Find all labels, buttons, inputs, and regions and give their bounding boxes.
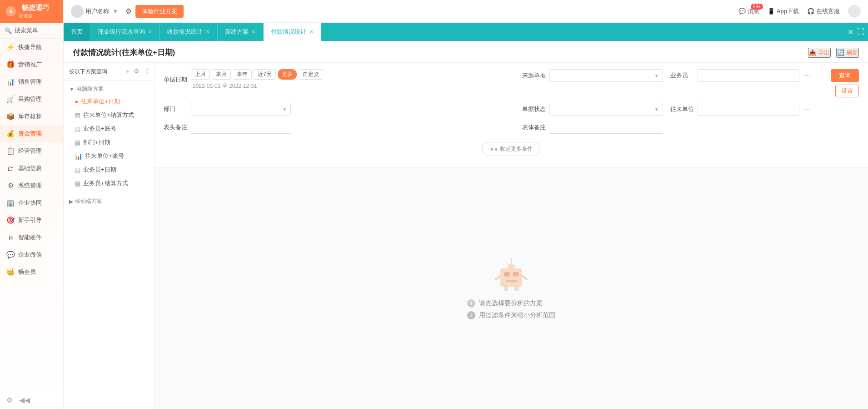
voucher-status-select[interactable]: ▼	[549, 103, 663, 116]
export-icon: 📤	[809, 49, 816, 56]
sidebar-item-member[interactable]: 👑 畅会员	[0, 263, 63, 281]
query-btn[interactable]: 查询	[831, 69, 859, 82]
sales-icon: 📊	[6, 78, 15, 86]
svg-rect-5	[506, 280, 517, 282]
scheme-group-arrow-icon: ▼	[69, 86, 75, 92]
app-download-btn[interactable]: 📱 App下载	[768, 7, 799, 15]
message-badge: 99+	[751, 4, 763, 10]
tab-home-label: 首页	[71, 28, 83, 36]
topbar-gear-icon[interactable]: ⚙	[125, 7, 132, 15]
date-btn-7days[interactable]: 近7天	[254, 69, 276, 80]
search-menu-item[interactable]: 🔍 搜索菜单	[0, 23, 63, 39]
profile-dropdown-icon[interactable]: ▼	[113, 8, 118, 15]
scheme-group-desktop-title[interactable]: ▼ 电脑端方案	[64, 83, 154, 95]
scheme-item-icon-1: ▦	[75, 111, 80, 119]
sidebar-item-basic[interactable]: 🗂 基础信息	[0, 160, 63, 177]
scheme-item-6[interactable]: ▦ 业务员+结算方式	[64, 177, 154, 190]
tab-receipts[interactable]: 收款情况统计 ✕	[160, 23, 218, 41]
add-scheme-icon[interactable]: ＋	[125, 67, 131, 76]
main-area: 用户名称 ▼ ⚙ 体验行业方案 💬 消息 99+ 📱 App下载 🎧 在线客服	[64, 0, 868, 409]
sidebar-item-sales[interactable]: 📊 销售管理	[0, 73, 63, 91]
date-btn-more[interactable]: 更多	[278, 69, 297, 80]
filter-group-source: 来源单据 ▼	[522, 69, 663, 82]
tab-close-all-icon[interactable]: ✕	[848, 28, 853, 36]
sidebar-item-quick-nav[interactable]: ⚡ 快捷导航	[0, 39, 63, 56]
tab-receipts-close-icon[interactable]: ✕	[205, 29, 210, 35]
filter-group-date: 单据日期 上月 本月 本年 近7天 更多 自定义 2022-01-01 至 20…	[164, 69, 515, 90]
scheme-item-4[interactable]: 📊 往来单位+账号	[64, 149, 154, 163]
scheme-item-label: 往来单位+日期	[81, 97, 120, 106]
tab-payments-close-icon[interactable]: ✕	[309, 29, 314, 35]
tab-cashflow[interactable]: 现金银行流水查询 ✕	[90, 23, 160, 41]
scheme-item-label: 部门+日期	[83, 138, 110, 146]
tab-new-plan-label: 新建方案	[225, 28, 249, 36]
empty-tips: 1 请先选择要分析的方案 2 用过滤条件来缩小分析范围	[467, 299, 555, 319]
collapse-panel-icon[interactable]: 《	[142, 67, 149, 76]
source-label: 来源单据	[522, 71, 546, 80]
setting-btn[interactable]: 设置	[835, 85, 859, 97]
empty-state: 1 请先选择要分析的方案 2 用过滤条件来缩小分析范围	[155, 167, 868, 409]
messages-btn[interactable]: 💬 消息 99+	[738, 7, 759, 15]
tab-cashflow-close-icon[interactable]: ✕	[148, 29, 152, 35]
tab-new-plan[interactable]: 新建方案 ✕	[218, 23, 264, 41]
date-btn-custom[interactable]: 自定义	[299, 69, 323, 80]
sidebar-item-inventory[interactable]: 📦 库存核算	[0, 108, 63, 125]
scheme-item-2[interactable]: ▦ 业务员+账号	[64, 122, 154, 136]
tab-payments[interactable]: 付款情况统计 ✕	[264, 23, 321, 41]
online-service-icon: 🎧	[807, 8, 814, 15]
scheme-item-5[interactable]: ▦ 业务员+日期	[64, 163, 154, 177]
date-btn-last-month[interactable]: 上月	[191, 69, 210, 80]
online-service-btn[interactable]: 🎧 在线客服	[807, 7, 840, 15]
refresh-icon: 🔄	[837, 49, 844, 56]
wechat-icon: 💬	[6, 251, 15, 259]
collapse-sidebar-icon[interactable]: ◀◀	[19, 396, 30, 404]
scheme-item-1[interactable]: ▦ 往来单位+结算方式	[64, 108, 154, 122]
scheme-group-mobile-title[interactable]: ▶ 移动端方案	[64, 196, 154, 207]
tab-new-plan-close-icon[interactable]: ✕	[251, 29, 256, 35]
sidebar-item-operation[interactable]: 📋 经营管理	[0, 142, 63, 160]
sidebar-item-guide[interactable]: 🎯 新手引导	[0, 212, 63, 229]
inventory-icon: 📦	[6, 112, 15, 121]
scheme-item-label: 往来单位+账号	[85, 152, 124, 160]
sidebar-item-wechat[interactable]: 💬 企业微信	[0, 246, 63, 263]
date-btn-this-month[interactable]: 本月	[212, 69, 231, 80]
scheme-item-label: 业务员+账号	[83, 125, 116, 133]
scheme-item-3[interactable]: ▦ 部门+日期	[64, 136, 154, 149]
filter-group-partner: 往来单位 ▼ ···	[670, 103, 811, 116]
empty-tip-1: 1 请先选择要分析的方案	[467, 299, 555, 308]
trial-btn[interactable]: 体验行业方案	[135, 5, 184, 18]
partner-dots-icon[interactable]: ···	[805, 105, 811, 113]
refresh-btn[interactable]: 🔄 刷新	[836, 48, 859, 58]
sidebar-item-capital[interactable]: 💰 资金管理	[0, 125, 63, 142]
scheme-item-0[interactable]: ● 往来单位+日期	[64, 95, 154, 108]
partner-select[interactable]: ▼	[698, 103, 799, 116]
collapse-btn[interactable]: ∧∧ 收起更多条件	[482, 142, 540, 156]
sidebar-item-label: 采购管理	[18, 95, 42, 103]
sidebar-item-label: 营销推广	[18, 61, 42, 69]
sidebar-item-system[interactable]: ⚙ 系统管理	[0, 177, 63, 194]
sidebar-item-hardware[interactable]: 🖥 智能硬件	[0, 229, 63, 246]
sidebar-logo-sub: 标准版	[19, 13, 49, 19]
date-btn-this-year[interactable]: 本年	[233, 69, 252, 80]
source-select[interactable]: ▼	[549, 69, 663, 82]
tab-maximize-icon[interactable]: ⛶	[857, 28, 864, 36]
filter-group-note-head: 表头备注	[164, 121, 515, 134]
salesman-select[interactable]: ▼	[698, 69, 799, 82]
settings-icon[interactable]: ⚙	[6, 396, 13, 404]
note-head-input[interactable]	[191, 121, 291, 134]
scheme-settings-icon[interactable]: ⚙	[134, 67, 140, 76]
note-body-input[interactable]	[549, 121, 663, 134]
dept-select[interactable]: ▼	[191, 103, 291, 116]
tab-home[interactable]: 首页	[64, 23, 90, 41]
export-btn[interactable]: 📤 导出	[808, 48, 831, 58]
sidebar-item-marketing[interactable]: 🎁 营销推广	[0, 56, 63, 73]
sidebar-item-label: 资金管理	[18, 130, 42, 138]
salesman-dots-icon[interactable]: ···	[805, 71, 811, 80]
quick-nav-icon: ⚡	[6, 43, 15, 51]
sidebar-item-corp[interactable]: 🏢 企业协同	[0, 194, 63, 212]
logo-icon: 6	[5, 6, 16, 17]
svg-text:6: 6	[10, 9, 12, 14]
topbar-profile: 用户名称	[71, 5, 109, 18]
sidebar-item-purchase[interactable]: 🛒 采购管理	[0, 91, 63, 108]
page-header-actions: 📤 导出 🔄 刷新	[808, 48, 859, 58]
